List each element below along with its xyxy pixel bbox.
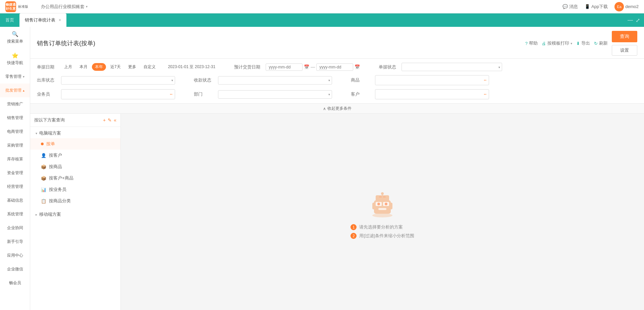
collapse-bar[interactable]: ∧ 收起更多条件 bbox=[30, 104, 644, 114]
tab-bar: 首页 销售订单统计表 × — ⤢ bbox=[0, 13, 644, 27]
tab-sales-order-stats[interactable]: 销售订单统计表 × bbox=[19, 13, 66, 27]
sidebar-item-quick-nav[interactable]: ⭐ 快捷导航 bbox=[0, 48, 30, 70]
sidebar-item-management[interactable]: 经营管理 bbox=[0, 180, 30, 194]
sidebar-item-member[interactable]: 畅会员 bbox=[0, 276, 30, 290]
date-filter-label: 单据日期 bbox=[37, 64, 56, 70]
export-button[interactable]: ⬇ 导出 bbox=[576, 40, 590, 46]
dept-select[interactable] bbox=[218, 90, 332, 99]
scheme-item-by-salesperson[interactable]: 📊 按业务员 bbox=[30, 184, 120, 195]
chevron-down-icon: ▾ bbox=[23, 75, 24, 79]
delivery-date-end-input[interactable] bbox=[316, 63, 353, 71]
person-icon: 👤 bbox=[41, 153, 46, 158]
tab-maximize-icon[interactable]: ⤢ bbox=[636, 17, 640, 23]
shortcut-last-7-days[interactable]: 近7天 bbox=[107, 63, 124, 71]
mobile-section-label: 移动端方案 bbox=[39, 211, 61, 217]
tab-close-icon[interactable]: × bbox=[59, 18, 61, 22]
customer-dots-icon[interactable]: ··· bbox=[484, 91, 486, 97]
filter-row-persons: 业务员 ··· 部门 ▾ 客户 ··· bbox=[37, 89, 637, 99]
scheme-collapse-icon[interactable]: « bbox=[114, 117, 116, 123]
message-icon: 💬 bbox=[562, 4, 568, 9]
scheme-item-by-customer-product[interactable]: 📦 按客户+商品 bbox=[30, 172, 120, 184]
scheme-section-pc: ▾ 电脑端方案 按单 👤 按客户 📦 bbox=[30, 127, 120, 208]
collapse-button[interactable]: ∧ 收起更多条件 bbox=[323, 106, 352, 111]
goods-input-wrapper: ··· bbox=[375, 75, 489, 85]
help-button[interactable]: ? 帮助 bbox=[525, 40, 538, 46]
date-calendar-start-icon[interactable]: 📅 bbox=[304, 64, 309, 69]
shortcut-this-year[interactable]: 本年 bbox=[92, 63, 106, 71]
workspace-chevron: ▾ bbox=[86, 5, 88, 8]
empty-tip-2: 2 用[过滤]条件来缩小分析范围 bbox=[351, 233, 414, 239]
goods-input[interactable] bbox=[378, 78, 484, 83]
delivery-date-range: 📅 — 📅 bbox=[266, 63, 360, 71]
sidebar-item-wechat[interactable]: 企业微信 bbox=[0, 262, 30, 276]
query-button[interactable]: 查询 bbox=[612, 31, 637, 42]
logo-icon: 畅捷通好生意 bbox=[5, 1, 16, 12]
sidebar-item-wholesale[interactable]: 批发管理 ▴ bbox=[0, 84, 30, 97]
payment-status-select[interactable] bbox=[218, 76, 332, 85]
sidebar-item-finance[interactable]: 资金管理 bbox=[0, 166, 30, 180]
app-download-button[interactable]: 📱 App下载 bbox=[585, 4, 608, 10]
dept-select-wrapper: ▾ bbox=[218, 90, 332, 99]
sidebar-item-purchase[interactable]: 采购管理 bbox=[0, 139, 30, 152]
svg-point-10 bbox=[381, 192, 384, 195]
sidebar-item-system[interactable]: 系统管理 bbox=[0, 207, 30, 221]
sidebar-item-ecommerce[interactable]: 电商管理 bbox=[0, 125, 30, 139]
workspace-selector[interactable]: 办公用品行业模拟账套 ▾ bbox=[41, 4, 88, 10]
tab-bar-actions: — ⤢ bbox=[628, 17, 644, 23]
salesperson-dots-icon[interactable]: ··· bbox=[170, 91, 172, 97]
sidebar-item-newbie[interactable]: 新手引导 bbox=[0, 235, 30, 249]
sidebar-item-enterprise-collab[interactable]: 企业协同 bbox=[0, 221, 30, 235]
scheme-section-mobile-header[interactable]: ▸ 移动端方案 bbox=[30, 209, 120, 219]
delivery-status-select[interactable] bbox=[61, 76, 175, 85]
print-button[interactable]: 🖨 按模板打印 ▾ bbox=[542, 40, 572, 46]
delivery-date-start-input[interactable] bbox=[266, 63, 303, 71]
sidebar-item-marketing[interactable]: 营销推广 bbox=[0, 97, 30, 111]
user-button[interactable]: Ea demo2 bbox=[614, 2, 639, 11]
salesperson-input[interactable] bbox=[64, 92, 170, 97]
date-separator: — bbox=[311, 64, 315, 69]
shortcut-this-month[interactable]: 本月 bbox=[76, 63, 91, 71]
product-icon: 📦 bbox=[41, 164, 46, 169]
logo-area: 畅捷通好生意 标准版 bbox=[5, 1, 36, 12]
scheme-item-by-category[interactable]: 📋 按商品分类 bbox=[30, 195, 120, 207]
help-icon: ? bbox=[525, 41, 528, 46]
goods-dots-icon[interactable]: ··· bbox=[484, 77, 486, 83]
shortcut-custom[interactable]: 自定义 bbox=[141, 63, 159, 71]
scheme-panel-actions: + ✎ « bbox=[103, 117, 116, 123]
date-calendar-end-icon[interactable]: 📅 bbox=[355, 64, 360, 69]
message-button[interactable]: 💬 消息 bbox=[562, 4, 578, 10]
data-area: 1 请先选择要分析的方案 2 用[过滤]条件来缩小分析范围 bbox=[121, 114, 644, 310]
sidebar-item-basic[interactable]: 基础信息 bbox=[0, 194, 30, 207]
sidebar-item-inventory[interactable]: 库存核算 bbox=[0, 152, 30, 166]
scheme-edit-icon[interactable]: ✎ bbox=[108, 117, 112, 123]
sidebar-item-sales[interactable]: 销售管理 bbox=[0, 111, 30, 125]
bill-status-select[interactable] bbox=[401, 63, 502, 71]
table-icon: 📋 bbox=[41, 198, 46, 204]
sidebar-item-search[interactable]: 🔍 搜索菜单 bbox=[0, 27, 30, 48]
bill-status-select-wrapper: ▾ bbox=[401, 63, 502, 71]
sidebar-item-app-center[interactable]: 应用中心 bbox=[0, 249, 30, 262]
scheme-section-pc-header[interactable]: ▾ 电脑端方案 bbox=[30, 128, 120, 138]
svg-point-5 bbox=[385, 203, 387, 205]
refresh-button[interactable]: ↻ 刷新 bbox=[594, 40, 608, 46]
query-settings-group: 查询 设置 bbox=[612, 31, 637, 56]
scheme-item-by-order[interactable]: 按单 bbox=[30, 138, 120, 150]
search-icon: 🔍 bbox=[12, 31, 18, 37]
tab-home[interactable]: 首页 bbox=[0, 13, 19, 27]
sidebar-item-retail[interactable]: 零售管理 ▾ bbox=[0, 70, 30, 84]
empty-tips: 1 请先选择要分析的方案 2 用[过滤]条件来缩小分析范围 bbox=[351, 224, 414, 239]
tab-minimize-icon[interactable]: — bbox=[628, 17, 633, 23]
delivery-status-label: 出库状态 bbox=[37, 77, 56, 83]
customer-input[interactable] bbox=[378, 92, 484, 97]
scheme-panel: 按以下方案查询 + ✎ « ▾ 电脑端方案 bbox=[30, 114, 121, 310]
date-range-text: 2023-01-01 至 2023-12-31 bbox=[168, 64, 215, 70]
download-icon: 📱 bbox=[585, 4, 590, 9]
scheme-add-icon[interactable]: + bbox=[103, 117, 106, 123]
scheme-item-by-customer[interactable]: 👤 按客户 bbox=[30, 150, 120, 161]
export-icon: ⬇ bbox=[576, 41, 580, 46]
shortcut-more[interactable]: 更多 bbox=[125, 63, 139, 71]
payment-status-select-wrapper: ▾ bbox=[218, 76, 332, 85]
settings-button[interactable]: 设置 bbox=[612, 45, 637, 56]
scheme-item-by-product[interactable]: 📦 按商品 bbox=[30, 161, 120, 172]
shortcut-last-month[interactable]: 上月 bbox=[61, 63, 75, 71]
